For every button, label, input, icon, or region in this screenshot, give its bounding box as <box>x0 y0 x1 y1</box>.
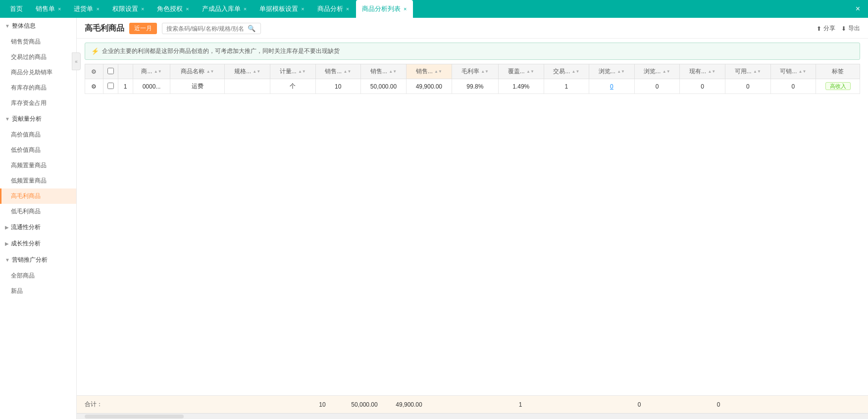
sidebar-item-new-goods[interactable]: 新品 <box>0 283 76 299</box>
sidebar-group-profit-analysis[interactable]: ▼ 贡献量分析 <box>0 111 76 127</box>
footer-empty2 <box>129 401 144 408</box>
header-actions: ⬆ 分享 ⬇ 导出 <box>817 24 860 33</box>
footer-empty9 <box>540 401 580 408</box>
row-coverage: 1.49% <box>498 79 544 94</box>
close-product-analysis-list[interactable]: × <box>404 6 407 12</box>
footer-empty8 <box>466 401 501 408</box>
tab-order-template[interactable]: 单据模板设置 × <box>254 0 310 18</box>
col-transaction[interactable]: 交易... ▲▼ <box>544 64 589 79</box>
select-all-checkbox[interactable] <box>107 68 114 74</box>
row-saleable: 0 <box>770 79 816 94</box>
tab-product-analysis-list[interactable]: 商品分析列表 × <box>356 0 412 18</box>
col-browse2[interactable]: 浏览... ▲▼ <box>634 64 680 79</box>
tab-sales-order[interactable]: 销售单 × <box>30 0 67 18</box>
col-spec[interactable]: 规格... ▲▼ <box>225 64 270 79</box>
col-sales-cost[interactable]: 销售... ▲▼ <box>406 64 452 79</box>
sidebar-item-all-goods[interactable]: 全部商品 <box>0 268 76 283</box>
search-icon: 🔍 <box>248 25 255 32</box>
col-browse1[interactable]: 浏览... ▲▼ <box>589 64 635 79</box>
sidebar-item-low-freq-goods[interactable]: 低频置量商品 <box>0 173 76 188</box>
tab-product-entry[interactable]: 产成品入库单 × <box>196 0 253 18</box>
sidebar-group-marketing-analysis[interactable]: ▼ 营销推广分析 <box>0 252 76 268</box>
footer-sales-amount: 50,000.00 <box>342 401 387 408</box>
tab-product-analysis[interactable]: 商品分析 × <box>311 0 355 18</box>
sidebar-collapse-button[interactable]: « <box>72 52 81 70</box>
row-unit: 个 <box>270 79 315 94</box>
row-code: 0000... <box>133 79 170 94</box>
row-checkbox-input[interactable] <box>107 83 114 89</box>
close-product-analysis[interactable]: × <box>346 6 349 12</box>
row-gross-margin: 99.8% <box>452 79 498 94</box>
period-button[interactable]: 近一月 <box>129 23 157 34</box>
footer-transaction: 1 <box>501 401 540 408</box>
sidebar-item-inventory-goods[interactable]: 有库存的商品 <box>0 80 76 95</box>
col-coverage[interactable]: 覆盖... ▲▼ <box>498 64 544 79</box>
sidebar-item-sales-goods[interactable]: 销售货商品 <box>0 34 76 49</box>
col-unit[interactable]: 计量... ▲▼ <box>270 64 315 79</box>
col-available-stock[interactable]: 可用... ▲▼ <box>725 64 770 79</box>
col-sales-amount[interactable]: 销售... ▲▼ <box>361 64 407 79</box>
col-code[interactable]: 商... ▲▼ <box>133 64 170 79</box>
sidebar-group-trend-analysis[interactable]: ▶ 流通性分析 <box>0 219 76 235</box>
row-settings[interactable]: ⚙ <box>85 79 103 94</box>
sidebar-item-high-price-goods[interactable]: 高价值商品 <box>0 127 76 142</box>
row-browse1[interactable]: 0 <box>589 79 635 94</box>
row-available-stock: 0 <box>725 79 770 94</box>
tab-purchase[interactable]: 进货单 × <box>68 0 105 18</box>
sidebar-item-inventory-capital[interactable]: 库存资金占用 <box>0 95 76 111</box>
close-all-button[interactable]: × <box>852 4 864 13</box>
footer-empty5 <box>233 401 273 408</box>
close-role-permissions[interactable]: × <box>186 6 189 12</box>
col-current-stock[interactable]: 现有... ▲▼ <box>680 64 725 79</box>
row-tag: 高收入 <box>816 79 860 94</box>
close-order-template[interactable]: × <box>301 6 304 12</box>
product-table: ⚙ 商... ▲▼ 商品名称 ▲▼ <box>85 64 860 94</box>
row-sales-cost: 49,900.00 <box>406 79 452 94</box>
export-button[interactable]: ⬇ 导出 <box>841 24 860 33</box>
footer-bar: 合计： 10 50,000.00 49,900.00 1 0 0 <box>77 395 868 413</box>
col-sales-count[interactable]: 销售... ▲▼ <box>315 64 361 79</box>
top-nav: 首页 销售单 × 进货单 × 权限设置 × 角色授权 × 产成品入库单 × 单据… <box>0 0 868 18</box>
tab-permission-settings[interactable]: 权限设置 × <box>106 0 150 18</box>
share-button[interactable]: ⬆ 分享 <box>817 24 835 33</box>
sidebar-item-goods-analysis[interactable]: 商品分兑助销率 <box>0 65 76 80</box>
search-wrap: 🔍 <box>162 23 261 34</box>
footer-empty11 <box>659 401 699 408</box>
sidebar-item-high-freq-goods[interactable]: 高频置量商品 <box>0 158 76 173</box>
close-product-entry[interactable]: × <box>244 6 247 12</box>
sidebar-item-traded-goods[interactable]: 交易过的商品 <box>0 49 76 65</box>
sidebar-group-growth-analysis[interactable]: ▶ 成长性分析 <box>0 235 76 252</box>
footer-empty7 <box>431 401 466 408</box>
table-wrap: ⚙ 商... ▲▼ 商品名称 ▲▼ <box>85 64 860 395</box>
sidebar: ▼ 整体信息 销售货商品 交易过的商品 商品分兑助销率 有库存的商品 库存资金占… <box>0 18 77 419</box>
tab-home[interactable]: 首页 <box>4 0 29 18</box>
col-saleable[interactable]: 可销... ▲▼ <box>770 64 816 79</box>
sidebar-item-high-margin-goods[interactable]: 高毛利商品 <box>0 188 76 204</box>
tag-badge: 高收入 <box>825 82 851 90</box>
close-permission-settings[interactable]: × <box>141 6 144 12</box>
arrow-right-icon2: ▶ <box>5 241 9 246</box>
page-title: 高毛利商品 <box>85 23 124 34</box>
close-sales-order[interactable]: × <box>58 6 61 12</box>
browse1-link[interactable]: 0 <box>610 83 613 90</box>
row-current-stock: 0 <box>680 79 725 94</box>
footer-empty1 <box>114 401 129 408</box>
bottom-scrollbar[interactable] <box>77 413 868 419</box>
col-gross-margin[interactable]: 毛利率 ▲▼ <box>452 64 498 79</box>
footer-saleable: 0 <box>699 401 738 408</box>
footer-empty4 <box>174 401 233 408</box>
close-purchase[interactable]: × <box>96 6 99 12</box>
arrow-down-icon3: ▼ <box>5 257 10 263</box>
col-settings[interactable]: ⚙ <box>85 64 103 79</box>
row-checkbox[interactable] <box>103 79 118 94</box>
sidebar-group-overall-info[interactable]: ▼ 整体信息 <box>0 18 76 34</box>
tab-role-permissions[interactable]: 角色授权 × <box>151 0 195 18</box>
footer-empty6 <box>273 401 303 408</box>
scrollbar-thumb[interactable] <box>85 415 184 419</box>
content-area: 高毛利商品 近一月 🔍 ⬆ 分享 ⬇ 导出 ⚡ 企业的主要的利润都是这部分商品创… <box>77 18 868 419</box>
info-banner: ⚡ 企业的主要的利润都是这部分商品创造的，可考虑加大推广，同时关注库存是不要出现… <box>85 43 860 60</box>
search-input[interactable] <box>166 25 246 32</box>
sidebar-item-low-price-goods[interactable]: 低价值商品 <box>0 142 76 158</box>
sidebar-item-low-margin-goods[interactable]: 低毛利商品 <box>0 204 76 219</box>
col-name[interactable]: 商品名称 ▲▼ <box>170 64 225 79</box>
